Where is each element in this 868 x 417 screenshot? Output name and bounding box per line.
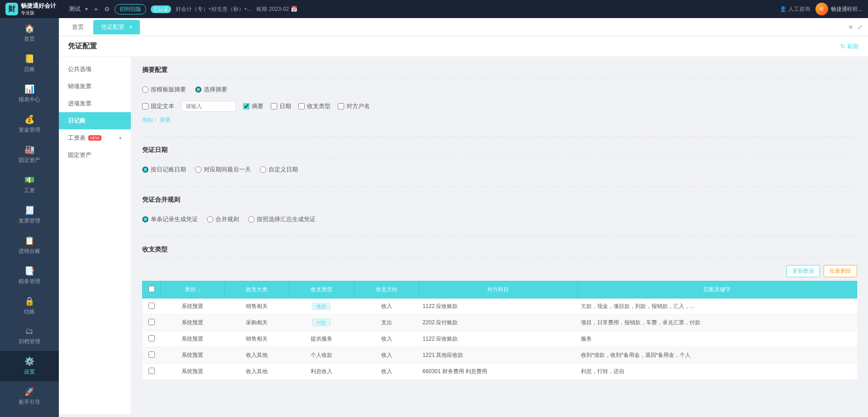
row-major-type: 销售相关 <box>225 299 289 315</box>
radio-merge-label[interactable]: 合并规则 <box>207 215 239 223</box>
col-checkbox-header[interactable] <box>143 281 161 299</box>
archive-icon: 🗂 <box>25 327 34 336</box>
radio-select-input[interactable] <box>195 86 201 93</box>
sidebar-item-archive[interactable]: 🗂 归档管理 <box>0 321 59 351</box>
sidebar-item-assets[interactable]: 🏭 固定资产 <box>0 139 59 170</box>
batch-delete-button[interactable]: 批量删除 <box>824 265 857 277</box>
radio-journal-input[interactable] <box>142 166 149 173</box>
reports-icon: 📊 <box>24 84 34 94</box>
main-layout: 🏠 首页 📒 总账 📊 报表中心 💰 资金管理 🏭 固定资产 💵 工资 🧾 发票… <box>0 18 868 417</box>
tab-home[interactable]: 首页 <box>64 20 91 34</box>
row-keywords: 欠款，现金，项目款，到款，报销款，汇入，... <box>577 299 857 315</box>
sidebar-item-tax[interactable]: 📑 税务管理 <box>0 261 59 291</box>
tab-voucher-config[interactable]: 凭证配置 × <box>93 20 140 34</box>
minor-type-tag[interactable]: 收款 <box>312 303 331 310</box>
add-icon[interactable]: ＋ <box>92 5 100 14</box>
radio-template-label[interactable]: 按模板版摘要 <box>142 85 186 94</box>
sidebar-item-settings[interactable]: ⚙️ 设置 <box>0 351 59 381</box>
radio-period-last-label[interactable]: 对应期间最后一天 <box>195 166 251 174</box>
radio-journal-label[interactable]: 按日记账日期 <box>142 166 186 174</box>
row-checkbox[interactable] <box>149 303 155 309</box>
radio-template-input[interactable] <box>142 86 149 93</box>
summary-checkbox-label[interactable]: 摘要 <box>243 102 264 110</box>
type-checkbox-label[interactable]: 收支类型 <box>298 102 331 110</box>
radio-merge-input[interactable] <box>207 216 213 223</box>
sidebar-item-member[interactable]: 👑 畅会员 <box>0 412 59 417</box>
sidebar-item-reports[interactable]: 📊 报表中心 <box>0 79 59 109</box>
old-version-button[interactable]: 切到旧版 <box>115 4 146 14</box>
sidebar: 🏠 首页 📒 总账 📊 报表中心 💰 资金管理 🏭 固定资产 💵 工资 🧾 发票… <box>0 18 59 417</box>
tab-close-icon[interactable]: × <box>129 24 133 30</box>
help-button[interactable]: 👤 人工咨询 <box>780 5 810 13</box>
left-nav-daily[interactable]: 日记账 <box>59 112 131 129</box>
refresh-label: 刷新 <box>847 43 859 51</box>
counterparty-checkbox[interactable] <box>338 103 344 109</box>
sidebar-item-ledger[interactable]: 📒 总账 <box>0 48 59 79</box>
summary-checkbox-row: 固定文本 摘要 日期 <box>142 101 857 112</box>
sidebar-label-tax: 税务管理 <box>19 278 40 285</box>
refresh-button[interactable]: ↻ 刷新 <box>840 43 859 51</box>
example-prefix: 例如： <box>142 117 158 123</box>
voucher-date-section: 凭证日期 按日记账日期 对应期间最后一天 <box>142 146 857 174</box>
radio-select-label[interactable]: 选择摘要 <box>195 85 227 94</box>
row-checkbox[interactable] <box>149 368 155 374</box>
date-checkbox-label[interactable]: 日期 <box>271 102 291 110</box>
row-checkbox[interactable] <box>149 319 155 325</box>
radio-summary-total-label[interactable]: 按照选择汇总生成凭证 <box>248 215 316 223</box>
radio-single-input[interactable] <box>142 216 149 223</box>
left-nav-salary-table[interactable]: 工资表 NEW ▾ <box>59 129 131 147</box>
sidebar-item-purchases[interactable]: 📋 进销台账 <box>0 230 59 261</box>
row-checkbox[interactable] <box>149 351 155 358</box>
sidebar-label-assets: 固定资产 <box>19 156 40 164</box>
select-all-checkbox[interactable] <box>149 286 155 292</box>
summary-checkbox[interactable] <box>243 103 249 109</box>
row-major-type: 收入其他 <box>225 364 289 380</box>
sidebar-item-home[interactable]: 🏠 首页 <box>0 18 59 48</box>
radio-custom-date-input[interactable] <box>260 166 266 173</box>
settings-icon[interactable]: ⚙ <box>104 5 110 13</box>
table-row: 系统预置销售相关提供服务收入1122 应收账款服务 <box>143 331 857 347</box>
sidebar-item-guide[interactable]: 🚀 新手引导 <box>0 381 59 412</box>
sidebar-item-invoices[interactable]: 🧾 发票管理 <box>0 200 59 230</box>
income-expense-table: 类别 ↓ 收支大类 收支类型 收支方向 对方科目 匹配关键字 <box>142 281 857 380</box>
row-account: 1221 其他应收款 <box>419 347 577 364</box>
row-checkbox[interactable] <box>149 335 155 341</box>
calendar-icon[interactable]: 📅 <box>291 6 297 12</box>
tab-expand-button[interactable]: ⤢ <box>857 24 863 31</box>
type-label: 收支类型 <box>307 102 331 110</box>
col-category-sort-icon[interactable]: ↓ <box>197 287 200 293</box>
fixed-text-checkbox[interactable] <box>142 103 149 109</box>
fixed-text-checkbox-label[interactable]: 固定文本 <box>142 102 174 110</box>
minor-type-tag[interactable]: 付款 <box>312 319 331 326</box>
period-label: 账期 <box>256 5 267 13</box>
ledger-icon: 📒 <box>24 54 34 64</box>
radio-summary-total-input[interactable] <box>248 216 254 223</box>
fixed-text-input[interactable] <box>182 101 236 112</box>
summary-config-title: 摘要配置 <box>142 66 857 78</box>
left-nav-purchase-invoice[interactable]: 进项发票 <box>59 95 131 112</box>
radio-single-label[interactable]: 单条记录生成凭证 <box>142 215 198 223</box>
left-nav-fixed-assets[interactable]: 固定资产 <box>59 147 131 164</box>
period-display: 账期 2023-02 📅 <box>256 5 297 13</box>
counterparty-checkbox-label[interactable]: 对方户名 <box>338 102 370 110</box>
tab-close-button[interactable]: ✕ <box>848 24 854 31</box>
row-major-type: 销售相关 <box>225 331 289 347</box>
user-menu[interactable]: 旺 畅捷通旺旺... <box>815 3 863 15</box>
row-keywords: 服务 <box>577 331 857 347</box>
company-dropdown-icon[interactable]: ▾ <box>85 6 88 12</box>
sidebar-item-funds[interactable]: 💰 资金管理 <box>0 109 59 139</box>
tax-icon: 📑 <box>24 266 34 276</box>
sidebar-item-salary[interactable]: 💵 工资 <box>0 170 59 200</box>
radio-custom-date-label[interactable]: 自定义日期 <box>260 166 298 174</box>
type-checkbox[interactable] <box>298 103 305 109</box>
income-expense-section: 收支类型 更新数据 批量删除 类别 <box>142 246 857 380</box>
left-nav-sales-invoice[interactable]: 销项发票 <box>59 78 131 95</box>
left-nav-public[interactable]: 公共选项 <box>59 61 131 78</box>
col-direction-header: 收支方向 <box>354 281 419 299</box>
update-data-button[interactable]: 更新数据 <box>786 265 820 277</box>
row-minor-type: 付款 <box>289 315 354 331</box>
date-checkbox[interactable] <box>271 103 277 109</box>
radio-period-last-input[interactable] <box>195 166 201 173</box>
sidebar-item-close[interactable]: 🔒 结账 <box>0 291 59 321</box>
example-text: 例如： 摘要 <box>142 116 857 124</box>
